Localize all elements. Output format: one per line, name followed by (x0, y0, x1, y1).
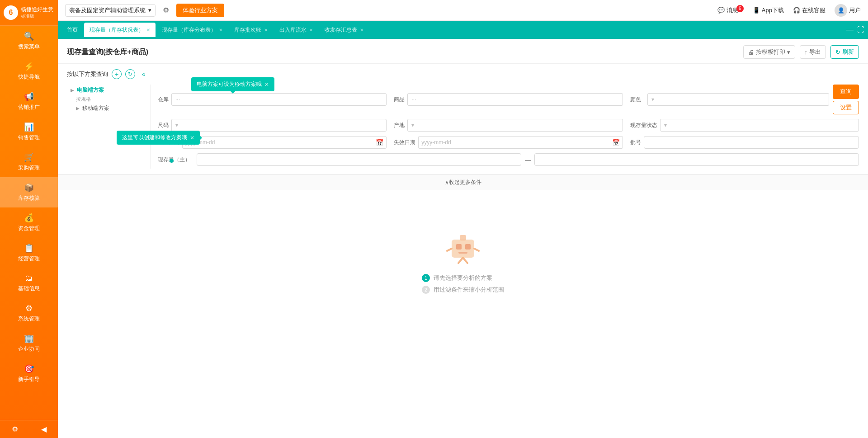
tab-close-inout-flow[interactable]: ✕ (309, 28, 313, 33)
step-num-1: 1 (422, 274, 430, 282)
tab-collect-summary[interactable]: 收发存汇总表 ✕ (319, 23, 369, 37)
tooltip1-close[interactable]: ✕ (264, 81, 269, 88)
tooltip2-close[interactable]: ✕ (190, 135, 194, 141)
sidebar-item-sales[interactable]: 📊 销售管理 (0, 117, 58, 147)
filter-back-btn[interactable]: « (139, 69, 149, 79)
print-label: 按模板打印 (756, 48, 785, 56)
empty-step-1: 1 请先选择要分析的方案 (422, 274, 504, 282)
sidebar-item-quick[interactable]: ⚡ 快捷导航 (0, 56, 58, 86)
stock-status-input[interactable]: ▾ (660, 119, 859, 132)
fields-panel: 仓库 ··· 商品 ··· (151, 85, 859, 169)
sidebar-item-system[interactable]: ⚙ 系统管理 (0, 298, 58, 328)
print-btn[interactable]: 🖨 按模板打印 ▾ (743, 45, 795, 59)
product-input[interactable]: ··· (407, 93, 623, 106)
sidebar-label-marketing: 营销推广 (18, 104, 40, 111)
message-badge: 6 (736, 5, 744, 12)
app-action[interactable]: 📱 App下载 (753, 6, 784, 14)
warehouse-input[interactable]: ··· (171, 93, 387, 106)
tab-inout-flow[interactable]: 出入库流水 ✕ (274, 23, 318, 37)
page-title: 现存量查询(按仓库+商品) (67, 47, 148, 57)
refresh-btn[interactable]: ↻ 刷新 (830, 45, 859, 59)
scheme-panel: ▶ 电脑端方案 按规格 ▶ 移动端方案 (67, 85, 151, 169)
filter-refresh-btn[interactable]: ↻ (125, 69, 135, 79)
support-action[interactable]: 🎧 在线客服 (793, 6, 826, 14)
app-label: App下载 (762, 6, 784, 14)
stock-main-to[interactable] (534, 153, 859, 166)
printer-icon: 🖨 (748, 49, 754, 56)
message-action[interactable]: 💬 消息 6 (717, 6, 744, 14)
page-header: 现存量查询(按仓库+商品) 🖨 按模板打印 ▾ ↑ 导出 ↻ 刷新 (58, 39, 868, 64)
color-input[interactable]: ▾ (647, 93, 829, 106)
tab-home-label: 首页 (67, 26, 78, 34)
system-selector[interactable]: 装备及固定资产辅助管理系统 ▾ (65, 4, 156, 17)
headset-icon: 🎧 (793, 7, 800, 14)
batch-input[interactable] (644, 136, 859, 149)
user-action[interactable]: 👤 用户 (835, 4, 861, 17)
tooltip1-text: 电脑方案可设为移动方案哦 (197, 80, 262, 88)
sidebar-item-operation[interactable]: 📋 经营管理 (0, 238, 58, 268)
origin-group: 产地 ▾ (394, 119, 623, 132)
settings-icon[interactable]: ⚙ (163, 6, 169, 14)
industry-btn[interactable]: 体验行业方案 (176, 4, 224, 17)
size-arr: ▾ (175, 122, 178, 128)
settings-bottom-btn[interactable]: ⚙ (12, 425, 18, 433)
size-label: 尺码 (158, 122, 169, 129)
stock-main-from[interactable] (197, 153, 521, 166)
sidebar-label-operation: 经营管理 (18, 255, 40, 263)
logo-area: 6 畅捷通好生意 标准版 (0, 0, 58, 26)
svg-rect-0 (452, 240, 474, 258)
sidebar-item-newbie[interactable]: 🎯 新手引导 (0, 358, 58, 389)
tab-close-collect-summary[interactable]: ✕ (360, 28, 363, 33)
size-input[interactable]: ▾ (171, 119, 387, 132)
tooltip-bubble-1: 电脑方案可设为移动方案哦 ✕ (191, 77, 274, 91)
tab-inventory-batch[interactable]: 库存批次账 ✕ (229, 23, 273, 37)
search-reset-btns: 查询 设置 (833, 85, 859, 114)
collapse-row[interactable]: ∧ 收起更多条件 (58, 174, 868, 190)
sidebar-label-system: 系统管理 (18, 315, 40, 323)
tab-inventory-dist[interactable]: 现存量（库存分布表） ✕ (156, 23, 228, 37)
tab-close-inventory-batch[interactable]: ✕ (264, 28, 268, 33)
basic-icon: 🗂 (25, 273, 33, 283)
tab-close-inventory-dist[interactable]: ✕ (219, 28, 222, 33)
tab-maximize-btn[interactable]: ⛶ (857, 26, 864, 34)
step-num-2: 2 (422, 286, 430, 294)
filter-add-btn[interactable]: + (112, 69, 122, 79)
product-label: 商品 (394, 96, 405, 104)
sidebar-item-marketing[interactable]: 📢 营销推广 (0, 86, 58, 117)
svg-rect-2 (465, 244, 471, 250)
sidebar-label-inventory: 库存核算 (18, 194, 40, 202)
reset-btn[interactable]: 设置 (833, 101, 859, 114)
logo-text-block: 畅捷通好生意 标准版 (21, 6, 53, 20)
tab-inventory-status[interactable]: 现存量（库存状况表） ✕ (84, 23, 156, 37)
sidebar-item-finance[interactable]: 💰 资金管理 (0, 207, 58, 238)
expire-date-group: 失效日期 yyyy-mm-dd 📅 (394, 136, 623, 149)
header-right: 💬 消息 6 📱 App下载 🎧 在线客服 👤 用户 (717, 4, 861, 17)
scheme-item-mobile[interactable]: ▶ 移动端方案 (67, 103, 146, 114)
tab-close-inventory-status[interactable]: ✕ (146, 28, 150, 33)
system-name: 装备及固定资产辅助管理系统 (69, 6, 146, 14)
product-group: 商品 ··· (394, 85, 623, 114)
collapse-btn[interactable]: ◀ (41, 425, 47, 433)
scheme-arrow-mobile: ▶ (76, 106, 80, 111)
sidebar-item-search[interactable]: 🔍 搜索菜单 (0, 26, 58, 56)
print-dropdown-icon: ▾ (787, 49, 790, 56)
sidebar-item-inventory[interactable]: 📦 库存核算 (0, 177, 58, 207)
produce-date-input[interactable]: yyyy-mm-dd 📅 (182, 136, 387, 149)
warehouse-dots: ··· (175, 96, 180, 103)
tab-minimize-btn[interactable]: — (846, 26, 854, 34)
scheme-arrow-pc: ▶ (71, 88, 74, 93)
tooltip2-text: 这里可以创建和修改方案哦 (122, 134, 187, 141)
origin-input[interactable]: ▾ (407, 119, 623, 132)
svg-line-8 (474, 249, 479, 251)
sidebar-item-basic[interactable]: 🗂 基础信息 (0, 268, 58, 298)
export-btn[interactable]: ↑ 导出 (800, 45, 826, 59)
sidebar-item-purchase[interactable]: 🛒 采购管理 (0, 147, 58, 177)
search-btn[interactable]: 查询 (833, 85, 859, 99)
scheme-item-pc[interactable]: ▶ 电脑端方案 (67, 85, 146, 96)
sidebar-item-enterprise[interactable]: 🏢 企业协同 (0, 328, 58, 358)
expire-date-input[interactable]: yyyy-mm-dd 📅 (418, 136, 623, 149)
svg-rect-4 (460, 235, 466, 240)
tab-home[interactable]: 首页 (61, 23, 83, 37)
tabs-actions: — ⛶ (846, 26, 864, 34)
user-avatar: 👤 (835, 4, 847, 17)
